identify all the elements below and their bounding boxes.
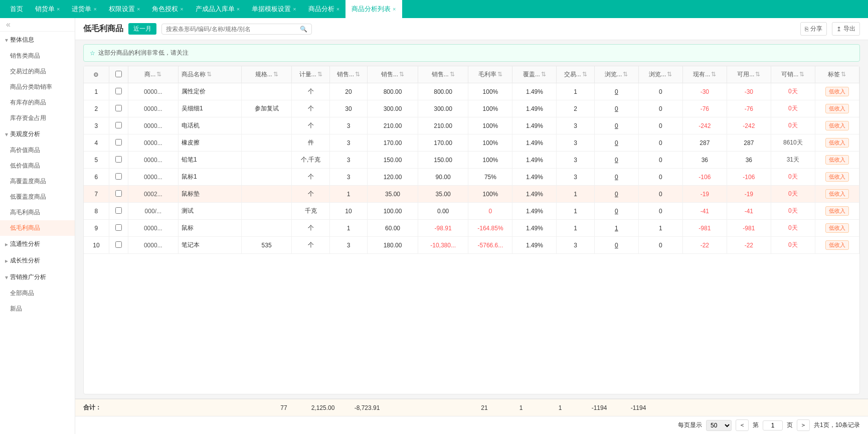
col-header-spec[interactable]: 规格...⇅ — [241, 66, 292, 83]
search-icon[interactable]: 🔍 — [300, 26, 307, 33]
cell-trade: 1 — [557, 186, 594, 203]
nav-role-close[interactable]: × — [180, 6, 183, 12]
prev-page-btn[interactable]: ＜ — [736, 419, 749, 431]
nav-permission[interactable]: 权限设置 × — [103, 0, 146, 18]
sidebar-group-overall[interactable]: ▾ 整体信息 — [0, 32, 75, 48]
sidebar-group-beauty[interactable]: ▾ 美观度分析 — [0, 126, 75, 142]
col-header-tag[interactable]: 标签⇅ — [815, 66, 859, 83]
row-checkbox[interactable] — [115, 105, 122, 111]
nav-role[interactable]: 角色授权 × — [146, 0, 189, 18]
browse1-link[interactable]: 0 — [615, 174, 618, 181]
nav-sales-close[interactable]: × — [57, 6, 60, 12]
browse1-link[interactable]: 0 — [615, 105, 618, 112]
row-checkbox[interactable] — [115, 224, 122, 231]
nav-product-analysis-list-close[interactable]: × — [393, 6, 396, 12]
col-header-seq: ⚙ — [84, 66, 109, 83]
sidebar-item-category-rate[interactable]: 商品分类助销率 — [0, 79, 75, 95]
sidebar-item-low-coverage[interactable]: 低覆盖度商品 — [0, 189, 75, 205]
sidebar-item-high-margin[interactable]: 高毛利商品 — [0, 205, 75, 220]
nav-product-entry-close[interactable]: × — [237, 6, 240, 12]
row-checkbox[interactable] — [115, 173, 122, 180]
sidebar-group-marketing[interactable]: ▾ 营销推广分析 — [0, 269, 75, 285]
sidebar-collapse-btn[interactable]: « — [4, 20, 13, 29]
col-header-sales-profit[interactable]: 销售...⇅ — [418, 66, 468, 83]
sidebar-item-new-products[interactable]: 新品 — [0, 301, 75, 317]
sidebar-item-high-value[interactable]: 高价值商品 — [0, 142, 75, 158]
col-header-sales-qty[interactable]: 销售...⇅ — [329, 66, 367, 83]
date-filter-btn[interactable]: 近一月 — [128, 23, 156, 35]
row-checkbox[interactable] — [115, 156, 122, 163]
nav-purchase-close[interactable]: × — [93, 6, 96, 12]
nav-product-analysis[interactable]: 商品分析 × — [302, 0, 345, 18]
cell-sales-profit: -10,380... — [418, 237, 468, 254]
search-input[interactable] — [166, 26, 300, 33]
nav-product-entry[interactable]: 产成品入库单 × — [190, 0, 246, 18]
nav-product-analysis-list[interactable]: 商品分析列表 × — [345, 0, 402, 18]
table-row: 8 000/... 测试 千克 10 100.00 0.00 0 1.49% 1… — [84, 203, 859, 220]
select-all-checkbox[interactable] — [115, 71, 122, 77]
col-header-available[interactable]: 可用...⇅ — [727, 66, 771, 83]
per-page-select[interactable]: 50 10 20 100 — [706, 420, 732, 431]
sidebar-item-traded-products[interactable]: 交易过的商品 — [0, 64, 75, 79]
cell-available: -41 — [727, 203, 771, 220]
sidebar-item-high-coverage[interactable]: 高覆盖度商品 — [0, 174, 75, 189]
row-checkbox[interactable] — [115, 88, 122, 94]
browse1-link[interactable]: 0 — [615, 191, 618, 198]
nav-permission-close[interactable]: × — [137, 6, 140, 12]
cell-spec — [241, 203, 292, 220]
browse1-link[interactable]: 0 — [615, 208, 618, 215]
nav-template[interactable]: 单据模板设置 × — [246, 0, 302, 18]
sidebar-item-stocked[interactable]: 有库存的商品 — [0, 95, 75, 110]
browse1-link[interactable]: 0 — [615, 242, 618, 249]
browse1-link[interactable]: 0 — [615, 88, 618, 95]
row-checkbox[interactable] — [115, 122, 122, 128]
cell-spec — [241, 117, 292, 134]
cell-check — [109, 186, 128, 203]
sidebar-item-low-margin[interactable]: 低毛利商品 — [0, 220, 75, 236]
col-header-gross-rate[interactable]: 毛利率⇅ — [468, 66, 512, 83]
row-checkbox[interactable] — [115, 190, 122, 197]
sidebar-item-all-products[interactable]: 全部商品 — [0, 285, 75, 301]
col-header-name[interactable]: 商品名称⇅ — [179, 66, 242, 83]
col-header-browse2[interactable]: 浏览...⇅ — [638, 66, 682, 83]
sidebar-item-low-value[interactable]: 低价值商品 — [0, 158, 75, 174]
nav-home[interactable]: 首页 — [4, 0, 29, 18]
row-checkbox[interactable] — [115, 207, 122, 214]
sidebar-group-growth[interactable]: ▸ 成长性分析 — [0, 252, 75, 269]
next-page-btn[interactable]: ＞ — [797, 419, 810, 431]
cell-trade: 2 — [557, 100, 594, 117]
sidebar-item-sales-products[interactable]: 销售类商品 — [0, 48, 75, 64]
cell-check — [109, 203, 128, 220]
table-row: 1 0000... 属性定价 个 20 800.00 800.00 100% 1… — [84, 83, 859, 100]
page-number-input[interactable] — [763, 420, 783, 430]
col-header-saleable[interactable]: 可销...⇅ — [771, 66, 815, 83]
browse1-link[interactable]: 0 — [615, 139, 618, 147]
nav-template-close[interactable]: × — [293, 6, 296, 12]
browse1-link[interactable]: 0 — [615, 122, 618, 129]
col-header-coverage[interactable]: 覆盖...⇅ — [512, 66, 557, 83]
sidebar-group-circulation[interactable]: ▸ 流通性分析 — [0, 236, 75, 252]
row-checkbox[interactable] — [115, 139, 122, 146]
col-header-code[interactable]: 商...⇅ — [128, 66, 179, 83]
export-button[interactable]: ↥ 导出 — [832, 22, 860, 36]
row-checkbox[interactable] — [115, 241, 122, 248]
browse1-link[interactable]: 0 — [615, 157, 618, 164]
cell-gross-rate: 100% — [468, 134, 512, 152]
table-row: 9 0000... 鼠标 个 1 60.00 -98.91 -164.85% 1… — [84, 220, 859, 237]
nav-purchase[interactable]: 进货单 × — [66, 0, 102, 18]
sidebar: « ▾ 整体信息 销售类商品 交易过的商品 商品分类助销率 有库存的商品 库存资… — [0, 18, 75, 434]
browse1-link[interactable]: 1 — [615, 225, 618, 232]
nav-product-analysis-close[interactable]: × — [336, 6, 339, 12]
nav-sales[interactable]: 销货单 × — [29, 0, 66, 18]
col-header-sales-price[interactable]: 销售...⇅ — [368, 66, 418, 83]
col-header-browse1[interactable]: 浏览...⇅ — [594, 66, 638, 83]
col-header-unit[interactable]: 计量...⇅ — [292, 66, 329, 83]
cell-check — [109, 83, 128, 100]
col-header-trade[interactable]: 交易...⇅ — [557, 66, 594, 83]
col-header-current[interactable]: 现有...⇅ — [682, 66, 727, 83]
header-actions: ⎘ 分享 ↥ 导出 — [800, 22, 860, 36]
share-button[interactable]: ⎘ 分享 — [800, 22, 827, 36]
total-sales-price: 2,125.00 — [303, 404, 343, 411]
sidebar-item-capital[interactable]: 库存资金占用 — [0, 110, 75, 126]
settings-icon[interactable]: ⚙ — [93, 71, 99, 78]
